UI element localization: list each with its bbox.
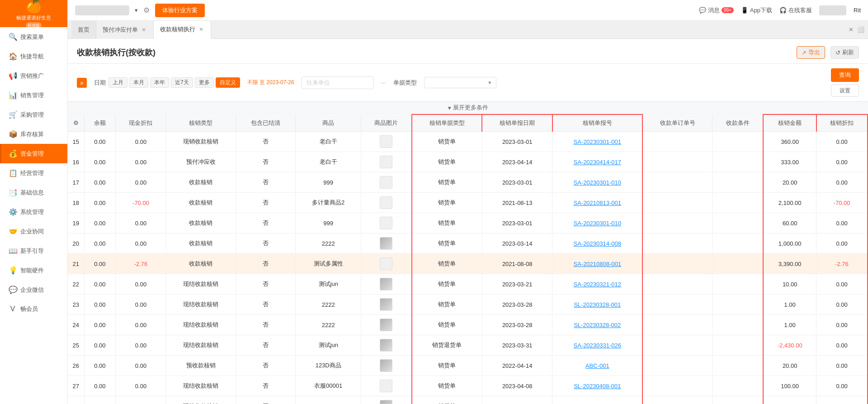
- sidebar-item-smart-hw[interactable]: 💡 智能硬件: [0, 261, 67, 280]
- export-button[interactable]: ↗ 导出: [797, 46, 825, 59]
- cell-goods: 老白干: [296, 152, 361, 172]
- topbar-right: 💬 消息 99+ 📱 App下载 🎧 在线客服 Rit: [699, 5, 861, 15]
- cell-goods-img: [361, 132, 412, 152]
- cell-doc-no[interactable]: SL-20230328-001: [552, 295, 642, 315]
- online-service-item[interactable]: 🎧 在线客服: [779, 6, 812, 14]
- sidebar-item-sales[interactable]: 📊 销售管理: [0, 86, 67, 105]
- cell-cash-discount: 0.00: [116, 152, 166, 172]
- cell-included: 否: [236, 152, 296, 172]
- filter-toggle-button[interactable]: »: [77, 78, 87, 88]
- table-row: 21 0.00 -2.76 收款核销 否 测试多属性 销货单 2021-08-0…: [68, 254, 868, 274]
- cell-doc-date: 2023-03-28: [482, 315, 552, 335]
- app-download-item[interactable]: 📱 App下载: [741, 6, 772, 14]
- sidebar-item-operation[interactable]: 📋 经营管理: [0, 163, 67, 183]
- tab-maximize-icon[interactable]: ⬜: [857, 26, 864, 33]
- table-wrapper[interactable]: ⚙ 余额 现金折扣 核销类型 包含已结清 商品 商品图片 核销单据类型 核销单报…: [68, 114, 868, 404]
- last-month-btn[interactable]: 上月: [108, 77, 127, 88]
- cell-amount: 2,100.00: [763, 193, 816, 213]
- tab-close-window-icon[interactable]: ✕: [849, 26, 854, 33]
- query-button[interactable]: 查询: [831, 68, 859, 82]
- cell-doc-no[interactable]: SA-20230321-012: [552, 274, 642, 295]
- cell-receipt-order: [642, 335, 712, 356]
- th-receipt-cond: 收款条件: [712, 114, 764, 132]
- cell-doc-no[interactable]: SA-20230301-001: [552, 132, 642, 152]
- sidebar: 🍊 畅捷通谱好生意 标准版 🔍 搜索菜单 🏠 快捷导航 📢 营销推广 📊 销售管…: [0, 0, 68, 404]
- cell-doc-no[interactable]: SL-20230328-002: [552, 315, 642, 335]
- message-icon-item[interactable]: 💬 消息 99+: [699, 6, 734, 14]
- table-row: 24 0.00 0.00 现结收款核销 否 2222 销货单 2023-03-2…: [68, 315, 868, 335]
- cell-goods: 衣服00001: [296, 376, 361, 396]
- tab-prepay[interactable]: 预付冲应付单 ✕: [96, 21, 154, 39]
- sidebar-item-wechat[interactable]: 💬 企业微信: [0, 280, 67, 299]
- cell-doc-no[interactable]: SA-20230314-008: [552, 233, 642, 254]
- tab-home[interactable]: 首页: [71, 21, 96, 39]
- cell-goods-img: [361, 274, 412, 295]
- refresh-button[interactable]: ↺ 刷新: [830, 46, 859, 59]
- last-7days-btn[interactable]: 近7天: [171, 77, 193, 88]
- cell-doc-no[interactable]: SA-20210808-001: [552, 254, 642, 274]
- cell-doc-type: 销货单: [412, 315, 482, 335]
- more-date-btn[interactable]: 更多: [195, 77, 214, 88]
- cell-no: 17: [68, 172, 84, 193]
- cell-doc-no[interactable]: SA-20230301-010: [552, 213, 642, 233]
- sidebar-item-guide[interactable]: 📖 新手引导: [0, 241, 67, 261]
- cell-doc-date: 2023-03-01: [482, 213, 552, 233]
- sidebar-item-finance[interactable]: 💰 资金管理: [0, 144, 67, 163]
- cell-no: 27: [68, 376, 84, 396]
- cell-receipt-cond: [712, 172, 764, 193]
- sidebar-item-basic[interactable]: 📑 基础信息: [0, 183, 67, 202]
- partner-input[interactable]: 往来单位: [302, 76, 374, 89]
- cell-doc-no[interactable]: SL-20230418-001: [552, 396, 642, 404]
- sidebar-item-quick-nav[interactable]: 🏠 快捷导航: [0, 47, 67, 66]
- cell-included: 否: [236, 213, 296, 233]
- expand-more-button[interactable]: ▾ 展开更多条件: [448, 104, 488, 112]
- this-month-btn[interactable]: 本月: [129, 77, 148, 88]
- cell-doc-no[interactable]: SA-20210813-001: [552, 193, 642, 213]
- cell-doc-no[interactable]: ABC-001: [552, 356, 642, 376]
- sidebar-label-wechat: 企业微信: [20, 286, 44, 294]
- topbar-dropdown-icon[interactable]: ▾: [135, 7, 138, 14]
- cell-doc-no[interactable]: SA-20230331-026: [552, 335, 642, 356]
- cell-balance: 0.00: [84, 254, 116, 274]
- solution-button[interactable]: 体验行业方案: [155, 4, 205, 17]
- sidebar-item-inventory[interactable]: 📦 库存核算: [0, 124, 67, 144]
- cell-amount: 60.00: [763, 213, 816, 233]
- logo-icon: 🍊: [26, 0, 42, 14]
- single-type-select[interactable]: ▾: [424, 77, 496, 88]
- cell-doc-type: 销货退货单: [412, 335, 482, 356]
- sidebar-item-system[interactable]: ⚙️ 系统管理: [0, 202, 67, 222]
- sidebar-item-search-menu[interactable]: 🔍 搜索菜单: [0, 27, 67, 47]
- sidebar-item-vip[interactable]: V 畅会员: [0, 299, 67, 318]
- cell-receipt-cond: [712, 274, 764, 295]
- goods-img: [380, 359, 392, 372]
- sidebar-item-purchase[interactable]: 🛒 采购管理: [0, 105, 67, 124]
- settings-button[interactable]: 设置: [831, 85, 859, 97]
- cell-cancel-type: 收款核销: [166, 193, 236, 213]
- user-avatar[interactable]: [819, 5, 846, 15]
- sidebar-item-marketing[interactable]: 📢 营销推广: [0, 66, 67, 86]
- cell-discount: -70.00: [816, 193, 868, 213]
- cell-doc-no[interactable]: SL-20230408-001: [552, 376, 642, 396]
- sidebar-icon-wechat: 💬: [9, 285, 17, 294]
- topbar-gear-icon[interactable]: ⚙: [143, 6, 150, 14]
- table-row: 22 0.00 0.00 现结收款核销 否 测试jun 销货单 2023-03-…: [68, 274, 868, 295]
- cell-balance: 0.00: [84, 233, 116, 254]
- cell-doc-no[interactable]: SA-20230301-010: [552, 172, 642, 193]
- tab-collection-close[interactable]: ✕: [198, 25, 204, 33]
- this-year-btn[interactable]: 本年: [150, 77, 169, 88]
- date-filter-group: 日期 上月 本月 本年 近7天 更多 自定义: [94, 77, 240, 88]
- sidebar-label-search-menu: 搜索菜单: [20, 33, 44, 41]
- cell-doc-type: 销货单: [412, 213, 482, 233]
- tab-collection[interactable]: 收款核销执行 ✕: [154, 21, 211, 39]
- expand-more-row: ▾ 展开更多条件: [68, 102, 868, 114]
- cell-doc-date: 2023-04-18: [482, 396, 552, 404]
- cell-included: 否: [236, 254, 296, 274]
- custom-date-btn[interactable]: 自定义: [216, 77, 240, 88]
- cell-doc-no[interactable]: SA-20230414-017: [552, 152, 642, 172]
- cell-no: 26: [68, 356, 84, 376]
- tab-prepay-close[interactable]: ✕: [141, 26, 147, 34]
- sidebar-item-cooperation[interactable]: 🤝 企业协同: [0, 222, 67, 241]
- th-settings[interactable]: ⚙: [68, 114, 84, 132]
- tab-prepay-label: 预付冲应付单: [103, 26, 138, 34]
- th-cancel-doc-date: 核销单报日期: [482, 114, 552, 132]
